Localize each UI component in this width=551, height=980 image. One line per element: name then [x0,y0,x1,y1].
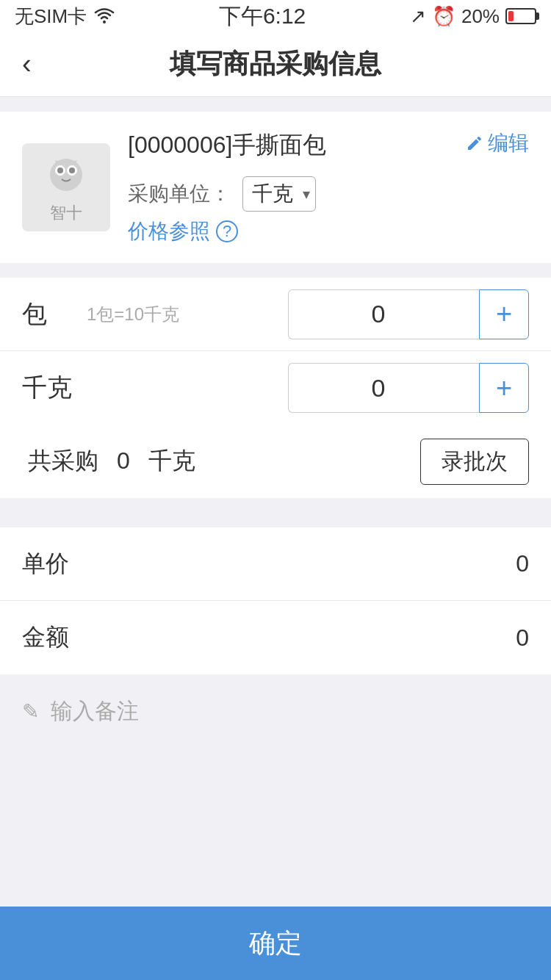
unit-selector[interactable]: 千克 ▾ [242,176,316,212]
carrier-label: 无SIM卡 [15,4,87,29]
bag-input-group: + [288,289,529,339]
dropdown-arrow-icon: ▾ [303,185,310,203]
location-icon: ↗ [410,5,426,28]
edit-button[interactable]: 编辑 [466,129,529,157]
kg-plus-button[interactable]: + [479,363,529,413]
confirm-button[interactable]: 确定 [0,907,551,980]
kg-row: 千克 + [0,351,551,425]
status-left: 无SIM卡 [15,4,115,29]
section-divider-2 [0,498,551,513]
help-icon: ? [216,220,238,242]
bag-plus-button[interactable]: + [479,289,529,339]
pencil-icon: ✎ [22,699,39,724]
price-section: 单价 0 金额 0 [0,527,551,674]
remark-section[interactable]: ✎ 输入备注 [0,676,551,747]
record-batch-button[interactable]: 录批次 [420,439,529,485]
bag-quantity-input[interactable] [288,289,479,339]
quantity-section: 包 1包=10千克 + 千克 + [0,278,551,425]
price-reference-button[interactable]: 价格参照 ? [128,217,529,245]
unit-label: 采购单位： [128,180,231,208]
total-quantity-text: 共采购 0 千克 [22,445,201,478]
unit-price-row: 单价 0 [0,527,551,601]
alarm-icon: ⏰ [432,5,455,28]
nav-bar: ‹ 填写商品采购信息 [0,32,551,97]
edit-icon [466,134,483,152]
bag-sub-label: 1包=10千克 [87,303,179,326]
product-card: 智十 [0000006]手撕面包 采购单位： 千克 ▾ 价格参照 ? 编辑 [0,112,551,263]
confirm-label: 确定 [249,926,302,962]
amount-value: 0 [516,624,529,652]
bag-label: 包 [22,298,81,331]
unit-price-label: 单价 [22,548,69,580]
amount-label: 金额 [22,621,69,654]
status-right: ↗ ⏰ 20% [410,5,536,28]
logo-text: 智十 [50,202,82,224]
status-time: 下午6:12 [219,1,306,32]
unit-price-value: 0 [516,550,529,577]
battery-icon [505,8,536,24]
page-title: 填写商品采购信息 [170,46,381,82]
kg-label: 千克 [22,371,81,405]
amount-row: 金额 0 [0,601,551,674]
section-divider-1 [0,263,551,278]
summary-row: 共采购 0 千克 录批次 [0,425,551,498]
kg-input-group: + [288,363,529,413]
back-button[interactable]: ‹ [22,48,32,80]
svg-point-0 [103,21,106,24]
product-logo [44,151,88,201]
svg-point-4 [57,167,63,173]
wifi-icon [94,8,115,24]
svg-point-5 [69,167,75,173]
remark-input[interactable]: 输入备注 [51,696,139,727]
status-bar: 无SIM卡 下午6:12 ↗ ⏰ 20% [0,0,551,32]
product-image: 智十 [22,143,110,231]
bag-row: 包 1包=10千克 + [0,278,551,351]
battery-percent: 20% [461,5,500,28]
kg-quantity-input[interactable] [288,363,479,413]
